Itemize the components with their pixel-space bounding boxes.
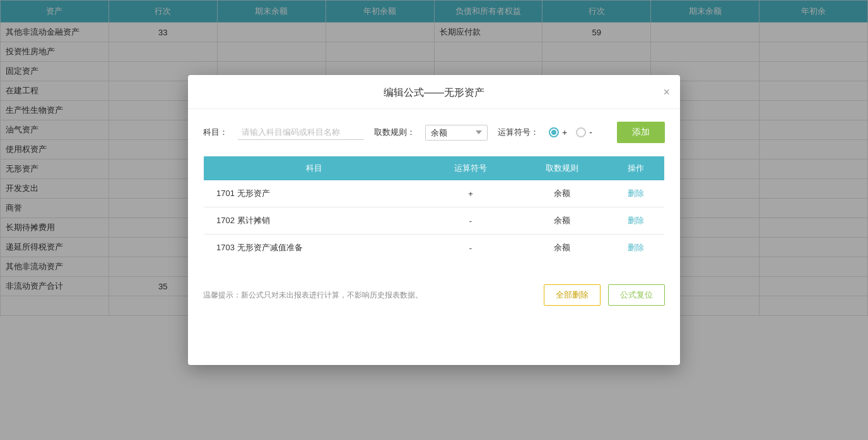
form-row: 科目： 取数规则： 余额 借方发生额 贷方发生额 运算符号： + <box>203 122 665 143</box>
footer-actions: 全部删除 公式复位 <box>544 284 665 306</box>
operator-minus-radio[interactable]: - <box>576 127 592 137</box>
rule-select-wrap: 余额 借方发生额 贷方发生额 <box>425 125 488 141</box>
modal-footer: 温馨提示：新公式只对未出报表进行计算，不影响历史报表数据。 全部删除 公式复位 <box>188 274 680 316</box>
footer-tip: 温馨提示：新公式只对未出报表进行计算，不影响历史报表数据。 <box>203 290 423 301</box>
formula-subject: 1703 无形资产减值准备 <box>204 234 425 262</box>
operator-label: 运算符号： <box>498 127 539 138</box>
modal-title: 编辑公式——无形资产 <box>384 86 484 100</box>
subject-label: 科目： <box>203 127 228 138</box>
delete-link[interactable]: 删除 <box>628 216 644 225</box>
operator-radio-group: + - <box>549 127 592 137</box>
formula-subject: 1702 累计摊销 <box>204 207 425 234</box>
table-header-subject: 科目 <box>204 156 425 181</box>
operator-plus-radio[interactable]: + <box>549 127 567 137</box>
table-header-action: 操作 <box>607 156 664 181</box>
table-header-operator: 运算符号 <box>425 156 517 181</box>
formula-operator: - <box>425 207 517 234</box>
operator-minus-label: - <box>589 127 592 137</box>
formula-rule: 余额 <box>516 234 607 262</box>
close-icon[interactable]: × <box>663 86 670 98</box>
add-button[interactable]: 添加 <box>617 122 665 143</box>
modal-body: 科目： 取数规则： 余额 借方发生额 贷方发生额 运算符号： + <box>188 109 680 274</box>
rule-select[interactable]: 余额 借方发生额 贷方发生额 <box>425 125 488 141</box>
radio-minus-icon <box>576 127 586 137</box>
modal-header: 编辑公式——无形资产 × <box>188 75 680 109</box>
formula-rule: 余额 <box>516 207 607 234</box>
radio-plus-icon <box>549 127 559 137</box>
formula-operator: - <box>425 234 517 262</box>
formula-action: 删除 <box>607 234 664 262</box>
formula-action: 删除 <box>607 180 664 207</box>
formula-row: 1703 无形资产减值准备-余额删除 <box>204 234 665 262</box>
formula-row: 1702 累计摊销-余额删除 <box>204 207 665 234</box>
edit-formula-modal: 编辑公式——无形资产 × 科目： 取数规则： 余额 借方发生额 贷方发生额 运算… <box>188 75 680 365</box>
delete-all-button[interactable]: 全部删除 <box>544 284 601 306</box>
table-header-rule: 取数规则 <box>516 156 607 181</box>
rule-label: 取数规则： <box>374 127 415 138</box>
modal-overlay: 编辑公式——无形资产 × 科目： 取数规则： 余额 借方发生额 贷方发生额 运算… <box>0 0 868 440</box>
formula-table: 科目 运算符号 取数规则 操作 1701 无形资产+余额删除1702 累计摊销-… <box>203 156 665 262</box>
reset-button[interactable]: 公式复位 <box>608 284 665 306</box>
formula-subject: 1701 无形资产 <box>204 180 425 207</box>
formula-row: 1701 无形资产+余额删除 <box>204 180 665 207</box>
formula-rule: 余额 <box>516 180 607 207</box>
formula-action: 删除 <box>607 207 664 234</box>
delete-link[interactable]: 删除 <box>628 243 644 252</box>
formula-operator: + <box>425 180 517 207</box>
subject-input[interactable] <box>238 125 364 140</box>
delete-link[interactable]: 删除 <box>628 188 644 198</box>
operator-plus-label: + <box>562 127 567 137</box>
